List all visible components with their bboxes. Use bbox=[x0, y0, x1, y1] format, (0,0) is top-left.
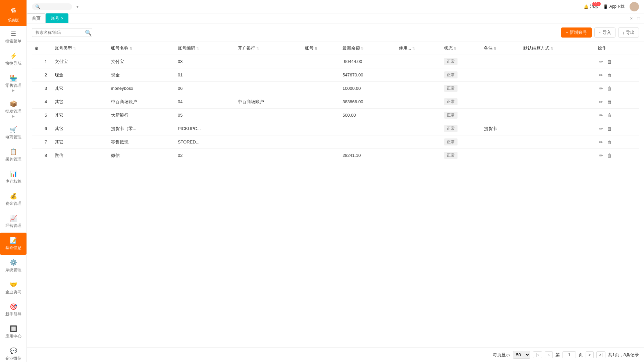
edit-button[interactable]: ✏ bbox=[598, 139, 604, 145]
sidebar-item-inventory[interactable]: 📊 库存核算 bbox=[0, 166, 26, 188]
import-button[interactable]: ↑ 导入 bbox=[594, 27, 615, 38]
row-default-settle bbox=[521, 82, 595, 95]
col-bank[interactable]: 开户银行⇅ bbox=[235, 42, 302, 55]
tab-home[interactable]: 首页 bbox=[27, 13, 46, 23]
user-avatar[interactable] bbox=[630, 2, 639, 11]
col-default-settle[interactable]: 默认结算方式⇅ bbox=[521, 42, 595, 55]
sidebar-item-operations-mgmt[interactable]: 📈 经营管理 bbox=[0, 210, 26, 233]
app-logo: 畅 乐惠版 bbox=[0, 0, 27, 26]
edit-button[interactable]: ✏ bbox=[598, 152, 604, 159]
row-index: 4 bbox=[42, 95, 52, 109]
sidebar-item-finance-mgmt[interactable]: 💰 资金管理 bbox=[0, 188, 26, 210]
sidebar-item-label: 应用中心 bbox=[5, 334, 21, 339]
edit-button[interactable]: ✏ bbox=[598, 112, 604, 119]
top-search-icon: 🔍 bbox=[35, 4, 40, 9]
col-actions: 操作 bbox=[595, 42, 639, 55]
row-name: 现金 bbox=[108, 68, 175, 82]
sidebar-item-purchase-mgmt[interactable]: 📋 采购管理 bbox=[0, 144, 26, 166]
settings-icon: ⚙ bbox=[35, 46, 39, 51]
expand-icon: ▶ bbox=[12, 114, 15, 118]
edit-button[interactable]: ✏ bbox=[598, 85, 604, 92]
sidebar-item-enterprise-agreement[interactable]: 🤝 企业协同 bbox=[0, 277, 26, 299]
sidebar-item-ecommerce-mgmt[interactable]: 🛒 电商管理 bbox=[0, 122, 26, 144]
row-index: 7 bbox=[42, 135, 52, 149]
app-subtitle: 乐惠版 bbox=[8, 18, 19, 23]
row-bank bbox=[235, 68, 302, 82]
sidebar-item-new-guide[interactable]: 🎯 新手引导 bbox=[0, 299, 26, 321]
sidebar-item-quick-nav[interactable]: ⚡ 快捷导航 bbox=[0, 48, 26, 70]
next-page-button[interactable]: > bbox=[586, 351, 594, 358]
search-button[interactable]: 🔍 bbox=[85, 29, 92, 36]
top-search-box[interactable]: 🔍 bbox=[32, 3, 72, 10]
row-code: 05 bbox=[175, 109, 235, 122]
row-code: 04 bbox=[175, 95, 235, 109]
row-notes bbox=[481, 149, 521, 162]
delete-button[interactable]: 🗑 bbox=[606, 58, 613, 65]
row-actions: ✏ 🗑 bbox=[595, 122, 639, 135]
col-name[interactable]: 账号名称⇅ bbox=[108, 42, 175, 55]
page-of-label: 页 bbox=[579, 352, 583, 358]
add-account-button[interactable]: + 新增账号 bbox=[561, 27, 592, 38]
sidebar-item-enterprise-wechat[interactable]: 💬 企业微信 bbox=[0, 343, 26, 362]
app-download-button[interactable]: 📱 App下载 bbox=[603, 4, 625, 9]
edit-button[interactable]: ✏ bbox=[598, 99, 604, 105]
delete-button[interactable]: 🗑 bbox=[606, 72, 613, 78]
tab-accounts[interactable]: 账号 × bbox=[46, 13, 68, 23]
export-label: 导出 bbox=[626, 29, 635, 36]
row-code: 06 bbox=[175, 82, 235, 95]
row-notes bbox=[481, 135, 521, 149]
delete-button[interactable]: 🗑 bbox=[606, 112, 613, 119]
row-status: 正常 bbox=[441, 135, 481, 149]
col-usage[interactable]: 使用...⇅ bbox=[396, 42, 441, 55]
col-status[interactable]: 状态⇅ bbox=[441, 42, 481, 55]
delete-button[interactable]: 🗑 bbox=[606, 152, 613, 159]
page-number-input[interactable] bbox=[562, 351, 576, 358]
sidebar-item-app-center[interactable]: 🔲 应用中心 bbox=[0, 321, 26, 343]
edit-button[interactable]: ✏ bbox=[598, 72, 604, 78]
row-balance: 500.00 bbox=[340, 109, 396, 122]
search-input[interactable] bbox=[32, 28, 92, 37]
row-usage bbox=[396, 82, 441, 95]
row-index: 8 bbox=[42, 149, 52, 162]
sidebar-item-label: 系统管理 bbox=[5, 267, 21, 273]
prev-page-button[interactable]: < bbox=[545, 351, 553, 358]
row-usage bbox=[396, 55, 441, 68]
last-page-button[interactable]: >| bbox=[596, 351, 605, 358]
col-type[interactable]: 账号类型⇅ bbox=[52, 42, 108, 55]
row-type: 其它 bbox=[52, 95, 108, 109]
col-settings[interactable]: ⚙ bbox=[32, 42, 42, 55]
delete-button[interactable]: 🗑 bbox=[606, 85, 613, 92]
sidebar-item-basic-info[interactable]: 📝 基础信息 bbox=[0, 233, 26, 255]
row-notes bbox=[481, 82, 521, 95]
close-button[interactable]: × bbox=[629, 16, 634, 21]
export-button[interactable]: ↓ 导出 bbox=[618, 27, 639, 38]
first-page-button[interactable]: |< bbox=[533, 351, 542, 358]
dropdown-arrow-icon[interactable]: ▼ bbox=[75, 4, 79, 9]
row-actions: ✏ 🗑 bbox=[595, 82, 639, 95]
sidebar-item-wholesale-mgmt[interactable]: 📦 批发管理 ▶ bbox=[0, 96, 26, 122]
col-balance[interactable]: 最新余额⇅ bbox=[340, 42, 396, 55]
tab-close-icon[interactable]: × bbox=[61, 16, 63, 21]
edit-button[interactable]: ✏ bbox=[598, 58, 604, 65]
sidebar-item-system-mgmt[interactable]: ⚙️ 系统管理 bbox=[0, 255, 26, 277]
export-icon: ↓ bbox=[623, 30, 625, 35]
page-size-select[interactable]: 50 10 20 100 bbox=[513, 351, 530, 359]
delete-button[interactable]: 🗑 bbox=[606, 139, 613, 145]
row-balance: 547670.00 bbox=[340, 68, 396, 82]
row-settings bbox=[32, 95, 42, 109]
row-balance: -90444.00 bbox=[340, 55, 396, 68]
row-name: 支付宝 bbox=[108, 55, 175, 68]
col-code[interactable]: 账号编码⇅ bbox=[175, 42, 235, 55]
row-default-settle bbox=[521, 55, 595, 68]
row-code: 02 bbox=[175, 149, 235, 162]
delete-button[interactable]: 🗑 bbox=[606, 125, 613, 132]
notification-button[interactable]: 🔔 消息 99+ bbox=[584, 4, 598, 9]
delete-button[interactable]: 🗑 bbox=[606, 99, 613, 105]
sidebar-item-search[interactable]: ☰ 搜索菜单 bbox=[0, 26, 26, 48]
col-account[interactable]: 账号⇅ bbox=[302, 42, 340, 55]
col-notes[interactable]: 备注⇅ bbox=[481, 42, 521, 55]
row-status: 正常 bbox=[441, 122, 481, 135]
edit-button[interactable]: ✏ bbox=[598, 125, 604, 132]
sidebar-item-retail-mgmt[interactable]: 🏪 零售管理 ▶ bbox=[0, 70, 26, 96]
maximize-button[interactable]: □ bbox=[636, 16, 641, 21]
